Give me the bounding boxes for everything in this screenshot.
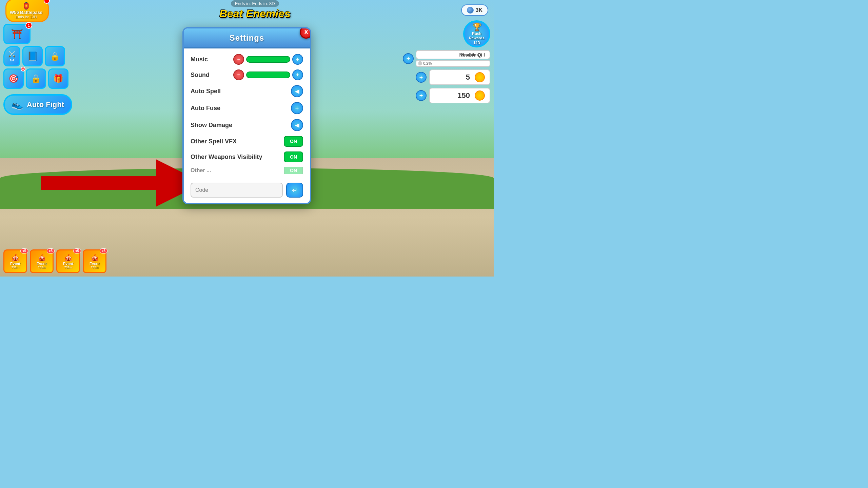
other-spell-vfx-label: Other Spell VFX — [191, 138, 237, 145]
show-damage-left-button[interactable] — [291, 119, 303, 131]
partial-toggle[interactable]: ON — [284, 167, 303, 174]
spinner-button[interactable]: 🎯 ● — [3, 68, 24, 89]
sidebar-lower-row: 🎯 ● 🔒 🎁 — [3, 68, 72, 89]
sword-slot[interactable]: ⚔️ 1/4 — [3, 46, 20, 66]
left-sidebar: ⛩️ 1 ⚔️ 1/4 📘 🔒 🎯 ● 🔒 🎁 👟 Auto Fight — [3, 24, 72, 115]
settings-header: Settings X — [184, 28, 310, 48]
music-plus-button[interactable]: + — [292, 54, 303, 65]
sidebar-top-row: ⛩️ 1 — [3, 24, 72, 44]
battlepass-button[interactable]: 🏮 W56 Battlepass Ends in: 13H — [5, 0, 49, 22]
event-item-4[interactable]: x5 🎪 Event 732m — [83, 249, 106, 273]
show-damage-label: Show Damage — [191, 122, 232, 129]
settings-title: Settings — [230, 33, 264, 43]
other-spell-vfx-toggle[interactable]: ON — [284, 136, 303, 147]
event-time-2: 732m — [38, 266, 46, 269]
auto-fight-button[interactable]: 👟 Auto Fight — [3, 94, 72, 115]
music-label: Music — [191, 56, 208, 63]
ends-in-value: Ends in: 8D — [252, 1, 275, 6]
auto-fuse-right-button[interactable]: + — [291, 102, 303, 114]
other-spell-vfx-row: Other Spell VFX ON — [191, 136, 303, 147]
event-item-2[interactable]: x5 🎪 Event 732m — [30, 249, 54, 273]
sound-slider[interactable] — [246, 72, 290, 78]
event-label-2: Event — [37, 262, 47, 266]
sound-label: Sound — [191, 72, 210, 79]
rush-rewards-label: RushRewards14D — [469, 32, 485, 45]
battlepass-title: W56 Battlepass — [10, 10, 42, 15]
gems-count: 3K — [476, 7, 482, 13]
event-badge-2: x5 — [47, 248, 55, 253]
music-controls: − + — [233, 54, 303, 65]
stat-row-2: + 150 — [416, 88, 490, 103]
boot-icon: 👟 — [12, 99, 23, 110]
settings-modal: Settings X Music − + Sound − + — [182, 27, 311, 204]
event-label-4: Event — [90, 262, 100, 266]
event-label-3: Event — [63, 262, 73, 266]
sound-minus-button[interactable]: − — [233, 69, 244, 80]
battlepass-ends-in: Ends in: 13H — [16, 15, 37, 19]
stat1-plus-button[interactable]: + — [416, 72, 427, 83]
auto-fight-label: Auto Fight — [27, 100, 64, 109]
beat-enemies-title: Beat Enemies — [219, 7, 291, 20]
code-input[interactable] — [191, 183, 283, 198]
lock-button-bottom[interactable]: 🔒 — [26, 68, 46, 89]
temple-badge: 1 — [25, 22, 32, 29]
qi-plus-button[interactable]: + — [403, 53, 414, 64]
sound-plus-button[interactable]: + — [292, 69, 303, 80]
event-item-1[interactable]: x5 🎪 Event 732m — [3, 249, 27, 273]
event-time-1: 732m — [12, 266, 19, 269]
stat2-icon — [475, 90, 485, 101]
stat2-value: 150 — [457, 91, 470, 100]
other-weapons-visibility-label: Other Weapons Visibility — [191, 154, 262, 161]
bottom-events-bar: x5 🎪 Event 732m x5 🎪 Event 732m x5 🎪 Eve… — [3, 249, 106, 273]
top-bar: 🏮 W56 Battlepass Ends in: 13H Ends in: E… — [0, 0, 494, 20]
temple-button[interactable]: ⛩️ 1 — [3, 24, 31, 44]
music-slider[interactable] — [246, 56, 290, 63]
stat1-value: 5 — [466, 73, 470, 82]
spinner-badge: ● — [21, 67, 25, 72]
auto-spell-row: Auto Spell — [191, 85, 303, 97]
show-damage-row: Show Damage — [191, 119, 303, 131]
stat1-icon — [475, 72, 485, 82]
sound-controls: − + — [233, 69, 303, 80]
chest-button[interactable]: 🎁 — [48, 68, 68, 89]
music-minus-button[interactable]: − — [233, 54, 244, 65]
ends-in-label: Ends in: — [235, 1, 252, 6]
stat2-plus-button[interactable]: + — [416, 90, 427, 101]
qi-progress-bar: 0.2% — [416, 60, 490, 67]
sidebar-middle-row: ⚔️ 1/4 📘 🔒 — [3, 46, 72, 66]
qi-label: Newbie Qi I — [459, 52, 485, 58]
top-center: Ends in: Ends in: 8D Beat Enemies — [219, 0, 291, 20]
qi-progress-fill — [418, 61, 422, 65]
code-submit-button[interactable]: ↵ — [286, 183, 303, 198]
settings-overlay: Settings X Music − + Sound − + — [182, 27, 311, 204]
event-badge-4: x5 — [100, 248, 107, 253]
event-item-3[interactable]: x5 🎪 Event 732m — [56, 249, 80, 273]
partial-label: Other ... — [191, 167, 211, 174]
rush-rewards-button[interactable]: 🏆 RushRewards14D — [463, 20, 490, 47]
event-badge-3: x5 — [73, 248, 81, 253]
settings-body: Music − + Sound − + Auto Spell — [184, 48, 310, 179]
settings-footer: ↵ — [184, 179, 310, 203]
event-badge-1: x5 — [20, 248, 28, 253]
music-row: Music − + — [191, 54, 303, 65]
gem-icon — [467, 7, 474, 14]
auto-fuse-row: Auto Fuse + — [191, 102, 303, 114]
auto-spell-left-button[interactable] — [291, 85, 303, 97]
settings-close-button[interactable]: X — [300, 27, 311, 39]
qi-stat-row: + Newbie Qi I Newbie Qi I 0.2% — [403, 50, 490, 67]
stat-row-1: + 5 — [416, 69, 490, 85]
gems-counter: 3K — [461, 4, 488, 16]
event-time-3: 732m — [64, 266, 72, 269]
event-label-1: Event — [10, 262, 20, 266]
auto-spell-label: Auto Spell — [191, 88, 221, 95]
auto-fuse-label: Auto Fuse — [191, 105, 220, 112]
right-sidebar: 🏆 RushRewards14D + Newbie Qi I Newbie Qi… — [403, 20, 490, 103]
partial-row: Other ... ON — [191, 167, 303, 174]
qi-progress-text: 0.2% — [423, 61, 432, 65]
lock-button-top[interactable]: 🔒 — [45, 46, 65, 66]
book-button[interactable]: 📘 — [22, 46, 43, 66]
other-weapons-visibility-row: Other Weapons Visibility ON — [191, 151, 303, 162]
battlepass-notification-dot — [44, 0, 50, 4]
event-time-4: 732m — [91, 266, 99, 269]
other-weapons-visibility-toggle[interactable]: ON — [284, 151, 303, 162]
